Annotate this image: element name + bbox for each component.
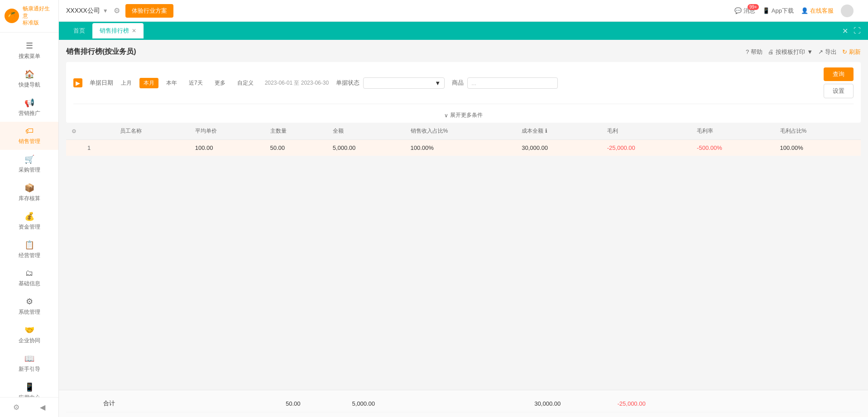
status-select[interactable]: ▼ [363, 77, 445, 89]
sidebar-item-operation[interactable]: 📋 经营管理 [0, 235, 58, 264]
print-label: 按模板打印 [776, 48, 805, 56]
marketing-label: 营销推广 [19, 110, 40, 117]
sidebar-collapse-icon[interactable]: ◀ [40, 403, 45, 412]
online-service-button[interactable]: 👤 在线客服 [801, 7, 834, 15]
sidebar-item-basic-info[interactable]: 🗂 基础信息 [0, 264, 58, 292]
tab-sales-rank[interactable]: 销售排行榜 ✕ [92, 23, 144, 38]
page-header: 销售排行榜(按业务员) ? 帮助 🖨 按模板打印 ▼ ↗ 导出 [66, 47, 861, 57]
table-header-row: ⚙ 员工名称 平均单价 主数量 全额 销售收入占比% 成本全额 ℹ 毛利 毛利率 [66, 123, 861, 140]
tab-fullscreen-icon[interactable]: ⛶ [854, 27, 861, 35]
summary-settings-col [66, 395, 80, 412]
expand-more-button[interactable]: ∨ 展开更多条件 [444, 111, 483, 119]
basic-info-icon: 🗂 [25, 268, 34, 278]
col-rank [82, 123, 115, 140]
last7days-btn[interactable]: 近7天 [185, 78, 207, 88]
tab-close-icon[interactable]: ✕ [132, 28, 136, 34]
row-settings-icon [66, 140, 82, 156]
col-amount: 全额 [327, 123, 405, 140]
sidebar-item-search-order[interactable]: ☰ 搜索菜单 [0, 36, 58, 65]
date-filter-label: 单据日期 [90, 79, 113, 87]
custom-date-btn[interactable]: 自定义 [233, 78, 258, 88]
tab-close-all-icon[interactable]: ✕ [842, 27, 848, 35]
row-gross-ratio: 100.00% [775, 140, 861, 156]
quick-nav-label: 快捷导航 [19, 81, 40, 89]
service-label: 在线客服 [810, 7, 834, 15]
export-button[interactable]: ↗ 导出 [818, 48, 837, 56]
sidebar-item-marketing[interactable]: 📢 营销推广 [0, 93, 58, 122]
help-icon: ? [746, 48, 749, 55]
export-label: 导出 [825, 48, 837, 56]
data-table: ⚙ 员工名称 平均单价 主数量 全额 销售收入占比% 成本全额 ℹ 毛利 毛利率 [66, 123, 861, 156]
refresh-label: 刷新 [849, 48, 861, 56]
sidebar-item-quick-nav[interactable]: 🏠 快捷导航 [0, 65, 58, 93]
summary-label: 合计 [98, 395, 197, 412]
sidebar-item-system[interactable]: ⚙ 系统管理 [0, 292, 58, 321]
sales-label: 销售管理 [19, 138, 40, 145]
export-icon: ↗ [818, 48, 823, 55]
summary-tbody: 合计 50.00 5,000.00 30,000.00 -25,000.00 [66, 395, 861, 412]
quick-nav-icon: 🏠 [24, 69, 34, 79]
tab-bar: 首页 销售排行榜 ✕ ✕ ⛶ [59, 22, 868, 40]
trial-button[interactable]: 体验行业方案 [125, 4, 173, 18]
sidebar-item-enterprise[interactable]: 🤝 企业协同 [0, 321, 58, 349]
print-button[interactable]: 🖨 按模板打印 ▼ [768, 48, 813, 56]
sidebar-item-finance[interactable]: 💰 资金管理 [0, 207, 58, 235]
enterprise-icon: 🤝 [24, 325, 34, 335]
app-center-icon: 📱 [24, 382, 34, 392]
date-filter-item: 单据日期 上月 本月 本年 近7天 更多 自定义 [90, 78, 258, 88]
sidebar-item-guide[interactable]: 📖 新手引导 [0, 349, 58, 378]
table-wrapper: ⚙ 员工名称 平均单价 主数量 全额 销售收入占比% 成本全额 ℹ 毛利 毛利率 [66, 123, 861, 156]
more-date-btn[interactable]: 更多 [211, 78, 230, 88]
print-icon: 🖨 [768, 48, 774, 55]
finance-icon: 💰 [24, 211, 34, 221]
help-button[interactable]: ? 帮助 [746, 48, 762, 56]
help-label: 帮助 [751, 48, 762, 56]
refresh-button[interactable]: ↻ 刷新 [842, 48, 861, 56]
summary-amount: 5,000.00 [346, 395, 429, 412]
expand-more-icon: ∨ [444, 112, 448, 119]
filter-expand-arrow[interactable]: ▶ [73, 78, 82, 87]
message-icon: 💬 [734, 7, 742, 14]
goods-filter-label: 商品 [452, 79, 464, 87]
col-gross-profit: 毛利 [602, 123, 691, 140]
row-cost: 30,000.00 [516, 140, 601, 156]
this-year-btn[interactable]: 本年 [162, 78, 181, 88]
goods-input[interactable]: ... [467, 77, 558, 89]
summary-gross-profit: -25,000.00 [612, 395, 695, 412]
summary-main-qty: 50.00 [280, 395, 347, 412]
sidebar-item-app-center[interactable]: 📱 应用中心 [0, 378, 58, 397]
this-month-btn[interactable]: 本月 [139, 78, 158, 88]
purchase-label: 采购管理 [19, 166, 40, 174]
sidebar-item-inventory[interactable]: 📦 库存核算 [0, 178, 58, 207]
query-button[interactable]: 查询 [824, 67, 854, 81]
message-button[interactable]: 💬 消息 99+ [734, 7, 755, 15]
goods-filter-item: 商品 ... [452, 77, 558, 89]
tab-home[interactable]: 首页 [66, 23, 92, 38]
user-avatar[interactable] [841, 5, 854, 17]
settings-button[interactable]: 设置 [824, 84, 854, 98]
row-amount: 5,000.00 [327, 140, 405, 156]
company-name: XXXXX公司 [66, 7, 100, 15]
sidebar-settings-icon[interactable]: ⚙ [13, 403, 19, 412]
status-select-caret-icon: ▼ [435, 80, 441, 86]
filter-right-actions: 查询 设置 [824, 67, 854, 98]
summary-cost: 30,000.00 [529, 395, 612, 412]
prev-month-btn[interactable]: 上月 [117, 78, 136, 88]
summary-avg-price-col [197, 395, 280, 412]
logo-text: 畅康通好生意 标准版 [23, 5, 54, 27]
table-row: 1 100.00 50.00 5,000.00 100.00% 30,000.0… [66, 140, 861, 156]
header-gear-icon[interactable]: ⚙ [114, 6, 120, 15]
row-employee [115, 140, 190, 156]
col-settings[interactable]: ⚙ [66, 123, 82, 140]
summary-gross-rate-col [695, 395, 778, 412]
company-selector[interactable]: XXXXX公司 ▼ [66, 7, 108, 15]
col-main-qty: 主数量 [265, 123, 327, 140]
page-content: 销售排行榜(按业务员) ? 帮助 🖨 按模板打印 ▼ ↗ 导出 [59, 40, 868, 417]
company-caret-icon: ▼ [103, 8, 108, 14]
tab-sales-rank-label: 销售排行榜 [100, 27, 129, 35]
sidebar-item-sales[interactable]: 🏷 销售管理 [0, 122, 58, 150]
system-label: 系统管理 [19, 308, 40, 316]
summary-section: 合计 50.00 5,000.00 30,000.00 -25,000.00 [59, 390, 868, 417]
sidebar-item-purchase[interactable]: 🛒 采购管理 [0, 150, 58, 178]
app-download-button[interactable]: 📱 App下载 [762, 7, 794, 15]
